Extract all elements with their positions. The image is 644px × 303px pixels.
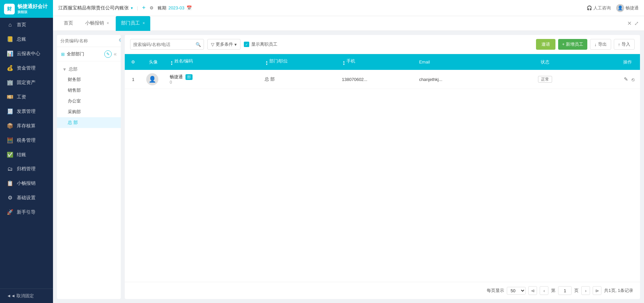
sidebar-item-label: 新手引导 bbox=[17, 209, 36, 215]
close-tab-btn[interactable]: ✕ bbox=[627, 20, 632, 27]
ledger-icon: 📒 bbox=[7, 36, 13, 42]
unpin-button[interactable]: ◄◄ 取消固定 bbox=[0, 289, 53, 303]
next-page-btn[interactable]: › bbox=[581, 286, 590, 295]
funds-icon: 💰 bbox=[7, 65, 13, 71]
avatar-col-header: 头像 bbox=[149, 59, 158, 64]
sidebar-item-home[interactable]: ⌂ 首页 bbox=[0, 18, 53, 32]
employee-search-box[interactable]: 🔍 bbox=[130, 39, 204, 50]
dept-tree: ▼ 总部 财务部 销售部 办公室 采购部 总 部 bbox=[57, 61, 121, 299]
sidebar-item-label: 税务管理 bbox=[17, 137, 36, 143]
search-icon[interactable]: 🔍 bbox=[196, 42, 201, 47]
page-di-label: 第 bbox=[551, 288, 555, 294]
last-page-icon: ⊳ bbox=[595, 288, 599, 293]
dept-panel: 🔍 ⊞ 全部部门 ✎ « ▼ 总部 财务部 bbox=[57, 35, 121, 299]
prev-page-btn[interactable]: ‹ bbox=[540, 286, 548, 295]
sidebar-item-guide[interactable]: 🚀 新手引导 bbox=[0, 205, 53, 219]
user-menu[interactable]: 👤 畅捷通 bbox=[616, 4, 639, 12]
sidebar-item-label: 总账 bbox=[17, 36, 26, 42]
settings-icon: ⚙ bbox=[7, 194, 13, 201]
sidebar-item-archive[interactable]: 🗂 归档管理 bbox=[0, 162, 53, 176]
dept-group-zongbu: ▼ 总部 财务部 销售部 办公室 采购部 总 部 bbox=[57, 63, 121, 129]
sidebar-item-label: 云报表中心 bbox=[17, 51, 40, 57]
calendar-icon[interactable]: 📅 bbox=[186, 5, 192, 10]
page-number-input[interactable] bbox=[558, 286, 572, 295]
tab-home[interactable]: 首页 bbox=[58, 16, 78, 31]
dept-item-bangongshi[interactable]: 办公室 bbox=[57, 96, 121, 106]
sidebar-item-label: 固定资产 bbox=[17, 80, 36, 86]
filter-icon: ▽ bbox=[211, 42, 214, 47]
employee-toolbar: 🔍 ▽ 更多条件 ▾ ✓ 显示离职员工 邀请 + 新增员工 bbox=[125, 35, 640, 54]
first-page-btn[interactable]: ⊲ bbox=[528, 286, 537, 295]
emp-code: 0 bbox=[170, 80, 255, 85]
inventory-icon: 📦 bbox=[7, 123, 13, 129]
tab-close-dept-emp[interactable]: × bbox=[143, 21, 145, 26]
sidebar-item-ledger[interactable]: 📒 总账 bbox=[0, 32, 53, 46]
sidebar-item-funds[interactable]: 💰 资金管理 bbox=[0, 61, 53, 75]
page-size-dropdown[interactable]: 50 100 200 bbox=[507, 287, 526, 295]
tab-xiao-chang[interactable]: 小畅报销 × bbox=[80, 16, 114, 31]
sidebar-item-xiaochang[interactable]: 📋 小畅报销 bbox=[0, 176, 53, 190]
sidebar-item-tax[interactable]: 🧮 税务管理 bbox=[0, 133, 53, 147]
emp-email: chanjethkj... bbox=[419, 77, 442, 82]
dept-group-label[interactable]: ▼ 总部 bbox=[57, 64, 121, 74]
dept-item-caiwu[interactable]: 财务部 bbox=[57, 74, 121, 85]
company-name[interactable]: 江西服宝精品有限责任公司内账张 ▾ bbox=[58, 5, 133, 11]
dept-pos-col-header: ▲▼ 部门/职位 bbox=[265, 58, 288, 63]
dept-header: ⊞ 全部部门 ✎ « bbox=[57, 47, 121, 61]
page-label: 页 bbox=[574, 288, 579, 294]
maximize-btn[interactable]: ⤢ bbox=[634, 20, 639, 27]
dept-search-icon[interactable]: 🔍 bbox=[119, 38, 121, 43]
sidebar-item-label: 发票管理 bbox=[17, 109, 36, 115]
sidebar-item-label: 基础设置 bbox=[17, 195, 36, 201]
employee-search-input[interactable] bbox=[133, 42, 194, 47]
collapse-dept-btn[interactable]: « bbox=[114, 51, 117, 57]
add-company-btn[interactable]: + bbox=[142, 4, 146, 11]
table-settings-icon[interactable]: ⚙ bbox=[131, 59, 135, 64]
edit-dept-btn[interactable]: ✎ bbox=[104, 50, 112, 58]
user-avatar: 👤 bbox=[616, 4, 624, 12]
support-btn[interactable]: 🎧 人工咨询 bbox=[587, 5, 611, 11]
sidebar-item-settings[interactable]: ⚙ 基础设置 bbox=[0, 190, 53, 205]
invite-button[interactable]: 邀请 bbox=[536, 39, 555, 50]
chevron-down-icon: ▾ bbox=[234, 42, 237, 47]
dept-item-caigou[interactable]: 采购部 bbox=[57, 106, 121, 117]
gear-icon[interactable]: ⚙ bbox=[150, 5, 154, 10]
sidebar-item-label: 工资 bbox=[17, 94, 26, 100]
show-resigned-toggle[interactable]: ✓ 显示离职员工 bbox=[244, 41, 277, 47]
dept-item-xiaoshou[interactable]: 销售部 bbox=[57, 85, 121, 96]
sidebar-item-invoice[interactable]: 🧾 发票管理 bbox=[0, 104, 53, 119]
period-display: 账期 2023-03 📅 bbox=[158, 5, 192, 11]
page-size-select[interactable]: 50 100 200 bbox=[507, 287, 526, 295]
last-page-btn[interactable]: ⊳ bbox=[593, 286, 601, 295]
app-logo: 财 畅捷通好会计 旗舰版 bbox=[0, 0, 53, 18]
all-dept-label[interactable]: ⊞ 全部部门 bbox=[61, 51, 84, 57]
resigned-checkbox[interactable]: ✓ bbox=[244, 42, 249, 47]
logout-employee-btn[interactable]: ⎋ bbox=[632, 77, 635, 82]
next-page-icon: › bbox=[585, 288, 586, 293]
sidebar-item-label: 资金管理 bbox=[17, 65, 36, 71]
sidebar-item-settle[interactable]: ✅ 结账 bbox=[0, 147, 53, 162]
sidebar-item-inventory[interactable]: 📦 库存核算 bbox=[0, 119, 53, 133]
import-button[interactable]: ↑ 导入 bbox=[614, 39, 635, 50]
dept-item-zongbu[interactable]: 总 部 bbox=[57, 117, 121, 128]
add-employee-button[interactable]: + 新增员工 bbox=[558, 39, 587, 50]
tax-icon: 🧮 bbox=[7, 137, 13, 143]
sidebar-item-salary[interactable]: 💴 工资 bbox=[0, 90, 53, 104]
tab-dept-emp[interactable]: 部门员工 × bbox=[116, 16, 150, 31]
edit-employee-btn[interactable]: ✎ bbox=[624, 76, 628, 82]
tab-close-xiao-chang[interactable]: × bbox=[107, 21, 109, 26]
sidebar-item-assets[interactable]: 🏢 固定资产 bbox=[0, 75, 53, 90]
prev-page-icon: ‹ bbox=[543, 288, 545, 293]
dept-search-input[interactable] bbox=[60, 38, 117, 43]
reports-icon: 📊 bbox=[7, 50, 13, 57]
tab-bar: 首页 小畅报销 × 部门员工 × ✕ ⤢ bbox=[53, 16, 644, 31]
emp-name-code: 畅捷通 部 0 bbox=[170, 74, 255, 85]
row-number: 1 bbox=[132, 77, 134, 82]
settle-icon: ✅ bbox=[7, 152, 13, 158]
status-col-header: 状态 bbox=[541, 59, 549, 64]
sidebar-item-reports[interactable]: 📊 云报表中心 bbox=[0, 46, 53, 61]
home-icon: ⌂ bbox=[7, 22, 13, 28]
export-button[interactable]: ↓ 导出 bbox=[590, 39, 611, 50]
more-filter-btn[interactable]: ▽ 更多条件 ▾ bbox=[207, 39, 240, 50]
dept-badge: 部 bbox=[185, 74, 193, 80]
